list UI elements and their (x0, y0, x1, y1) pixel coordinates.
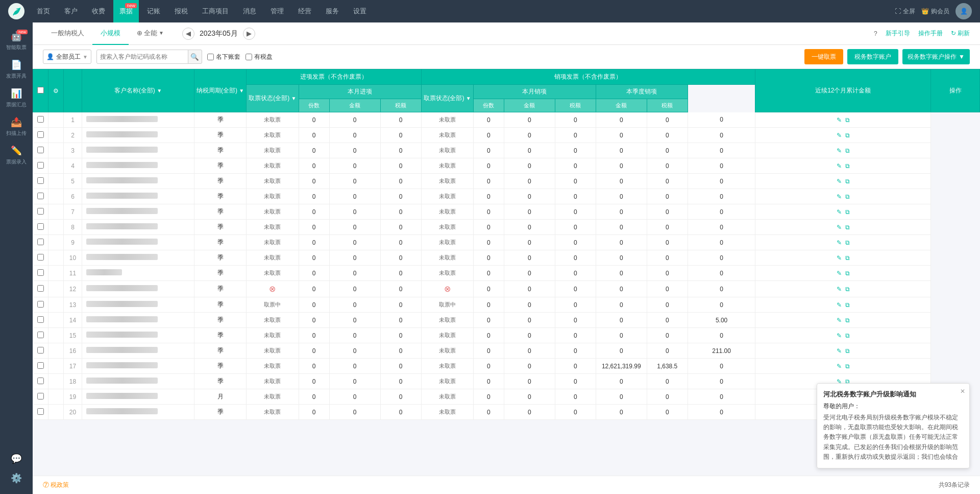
checkbox-taxdisk[interactable] (246, 54, 252, 60)
guide-link[interactable]: 新手引导 (886, 29, 910, 38)
row-checkbox[interactable] (37, 254, 44, 261)
edit-button[interactable]: ✎ (837, 332, 842, 339)
row-checkbox[interactable] (37, 393, 44, 399)
row-checkbox[interactable] (37, 208, 44, 215)
row-checkbox[interactable] (37, 223, 44, 230)
edit-button[interactable]: ✎ (837, 208, 842, 216)
search-button[interactable]: 🔍 (188, 50, 202, 64)
copy-button[interactable]: ⧉ (845, 270, 850, 277)
edit-button[interactable]: ✎ (837, 116, 842, 124)
nav-item-customer[interactable]: 客户 (58, 0, 84, 22)
copy-button[interactable]: ⧉ (845, 363, 850, 370)
refresh-link[interactable]: ↻ 刷新 (951, 29, 970, 38)
row-checkbox[interactable] (37, 316, 44, 323)
row-checkbox[interactable] (37, 301, 44, 308)
edit-button[interactable]: ✎ (837, 286, 842, 293)
nav-item-home[interactable]: 首页 (31, 0, 56, 22)
checkbox-account-label[interactable]: 名下账套 (207, 53, 240, 61)
nav-item-settings[interactable]: 设置 (347, 0, 373, 22)
edit-button[interactable]: ✎ (837, 347, 842, 355)
edit-button[interactable]: ✎ (837, 270, 842, 277)
row-checkbox[interactable] (37, 162, 44, 169)
copy-button[interactable]: ⧉ (845, 317, 850, 324)
nav-item-business[interactable]: 工商项目 (196, 0, 235, 22)
row-checkbox[interactable] (37, 378, 44, 384)
tax-policy-link[interactable]: ⑦ 税政策 (43, 481, 69, 489)
row-checkbox[interactable] (37, 116, 44, 123)
edit-button[interactable]: ✎ (837, 178, 842, 185)
row-checkbox[interactable] (37, 147, 44, 153)
row-checkbox[interactable] (37, 285, 44, 292)
edit-button[interactable]: ✎ (837, 193, 842, 200)
sidebar-item-message[interactable]: 💬 (0, 449, 33, 468)
search-input[interactable] (96, 50, 188, 64)
sidebar-item-summary[interactable]: 📊 票据汇总 (0, 84, 33, 112)
edit-button[interactable]: ✎ (837, 224, 842, 231)
fullscreen-button[interactable]: ⛶ 全屏 (895, 7, 915, 16)
tab-all[interactable]: ⊕ 全能 ▼ (129, 22, 172, 45)
copy-button[interactable]: ⧉ (845, 239, 850, 246)
nav-item-manage[interactable]: 管理 (264, 0, 290, 22)
th-tax-period[interactable]: 纳税周期(全部) ▼ (194, 69, 247, 112)
tab-general-taxpayer[interactable]: 一般纳税人 (43, 22, 92, 45)
nav-item-service[interactable]: 服务 (320, 0, 345, 22)
copy-button[interactable]: ⧉ (845, 162, 850, 170)
select-all-checkbox[interactable] (37, 87, 44, 93)
nav-item-message[interactable]: 消息 (237, 0, 262, 22)
sidebar-item-config[interactable]: ⚙️ (0, 468, 33, 488)
user-avatar[interactable]: 👤 (955, 3, 972, 19)
copy-button[interactable]: ⧉ (845, 254, 850, 262)
row-checkbox[interactable] (37, 131, 44, 138)
copy-button[interactable]: ⧉ (845, 193, 850, 200)
nav-item-tax[interactable]: 报税 (168, 0, 194, 22)
nav-item-bookkeeping[interactable]: 记账 (141, 0, 166, 22)
th-output-status[interactable]: 取票状态(全部) ▼ (421, 85, 473, 112)
row-checkbox[interactable] (37, 362, 44, 369)
one-click-ticket-button[interactable]: 一键取票 (804, 49, 843, 64)
tax-digital-account-dropdown[interactable]: 税务数字账户操作 ▼ (902, 49, 970, 64)
nav-item-billing[interactable]: 收费 (86, 0, 111, 22)
edit-button[interactable]: ✎ (837, 301, 842, 309)
row-checkbox[interactable] (37, 193, 44, 199)
period-prev-button[interactable]: ◀ (182, 28, 194, 40)
row-checkbox[interactable] (37, 239, 44, 245)
sidebar-item-ticket-entry[interactable]: ✏️ 票据录入 (0, 141, 33, 170)
edit-button[interactable]: ✎ (837, 254, 842, 262)
period-next-button[interactable]: ▶ (243, 28, 255, 40)
copy-button[interactable]: ⧉ (845, 286, 850, 293)
copy-button[interactable]: ⧉ (845, 178, 850, 185)
edit-button[interactable]: ✎ (837, 363, 842, 370)
th-input-status[interactable]: 取票状态(全部) ▼ (247, 85, 299, 112)
edit-button[interactable]: ✎ (837, 162, 842, 170)
copy-button[interactable]: ⧉ (845, 301, 850, 309)
copy-button[interactable]: ⧉ (845, 116, 850, 124)
sidebar-item-open-invoice[interactable]: 📄 发票开具 (0, 55, 33, 84)
nav-item-invoice[interactable]: 票据 new (113, 0, 139, 22)
copy-button[interactable]: ⧉ (845, 132, 850, 139)
checkbox-taxdisk-label[interactable]: 有税盘 (246, 53, 273, 61)
row-checkbox[interactable] (37, 269, 44, 276)
row-checkbox[interactable] (37, 177, 44, 184)
nav-item-operations[interactable]: 经营 (292, 0, 317, 22)
row-checkbox[interactable] (37, 347, 44, 354)
th-customer-name[interactable]: 客户名称(全部) ▼ (82, 69, 194, 112)
copy-button[interactable]: ⧉ (845, 147, 850, 154)
edit-button[interactable]: ✎ (837, 132, 842, 139)
tax-digital-account-button[interactable]: 税务数字账户 (847, 49, 898, 64)
copy-button[interactable]: ⧉ (845, 332, 850, 339)
row-checkbox[interactable] (37, 332, 44, 338)
tab-small-scale[interactable]: 小规模 (92, 22, 129, 45)
checkbox-account[interactable] (207, 54, 214, 60)
copy-button[interactable]: ⧉ (845, 208, 850, 216)
copy-button[interactable]: ⧉ (845, 224, 850, 231)
row-checkbox[interactable] (37, 408, 44, 415)
sidebar-item-scan-upload[interactable]: 📤 扫描上传 (0, 112, 33, 141)
sidebar-item-smart-ticket[interactable]: 🤖 智能取票 new (0, 27, 33, 55)
notification-close-button[interactable]: ✕ (960, 388, 965, 395)
manual-link[interactable]: 操作手册 (918, 29, 943, 38)
employee-select[interactable]: 👤 全部员工 ▼ (43, 50, 91, 64)
vip-button[interactable]: 👑 购会员 (921, 7, 949, 16)
edit-button[interactable]: ✎ (837, 239, 842, 246)
edit-button[interactable]: ✎ (837, 317, 842, 324)
edit-button[interactable]: ✎ (837, 147, 842, 154)
